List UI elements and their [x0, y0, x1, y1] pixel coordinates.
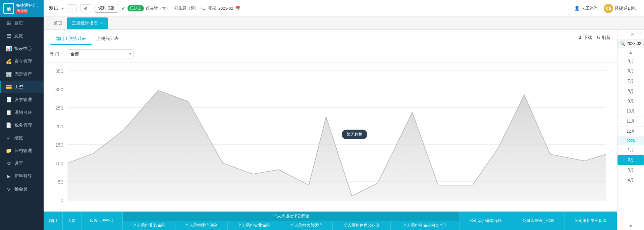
sidebar-item-label: 报表中心	[14, 46, 32, 52]
date-item-9[interactable]: 9月	[618, 96, 644, 106]
sidebar-item-tax[interactable]: 📑 税务管理	[0, 119, 44, 132]
th-personal-unemployment: 个人承担失业保险	[228, 221, 280, 230]
tabbar: 首页 工资统计报表 ✕	[44, 17, 644, 30]
member-icon: V	[6, 186, 12, 192]
sales-icon: 📋	[6, 109, 12, 116]
settings-icon: ⚙	[6, 160, 12, 167]
date-item-5[interactable]: 5月	[618, 56, 644, 66]
logo-icon: 畅	[3, 3, 14, 14]
sidebar-item-sales[interactable]: 📋 进销台账	[0, 106, 44, 119]
sidebar-item-assets[interactable]: 🏢 固定资产	[0, 68, 44, 81]
funds-icon: 💰	[6, 58, 12, 64]
topbar-settings-btn[interactable]: ⚙	[80, 4, 91, 12]
sidebar-item-reports[interactable]: 📊 报表中心	[0, 42, 44, 55]
dept-filter-select[interactable]: 全部 部门A 部门B	[67, 49, 134, 58]
date-item-11[interactable]: 11月	[618, 117, 644, 127]
th-personal-major-medical: 个人承担大额医疗	[280, 221, 332, 230]
sidebar-item-label: 税务管理	[14, 122, 32, 128]
assets-icon: 🏢	[6, 71, 12, 77]
subtab-right: ⬇ 下载 ↻ 刷新	[578, 35, 610, 43]
panel-top-buttons: ✕ ⛶	[618, 30, 644, 39]
period-value: 2023-02	[218, 6, 233, 11]
date-item-2-active[interactable]: 2月	[618, 155, 644, 165]
sidebar-logo: 畅 畅捷通好会计 专业版	[0, 0, 44, 17]
date-item-10[interactable]: 10月	[618, 106, 644, 117]
filter-bar: 部门： 全部 部门A 部门B	[44, 45, 617, 63]
svg-text:0: 0	[61, 198, 63, 203]
download-icon: ⬇	[578, 35, 582, 40]
svg-text:300: 300	[55, 87, 63, 92]
sidebar-item-guide[interactable]: ▶ 新手引导	[0, 170, 44, 183]
sidebar-item-home[interactable]: ⊞ 首页	[0, 17, 44, 30]
subtab-bar: 部门工资统计表 月份统计表 ⬇ 下载 ↻ 刷新	[44, 30, 617, 45]
sidebar-item-member[interactable]: V 畅会员	[0, 183, 44, 195]
sidebar-item-label: 畅会员	[14, 186, 28, 192]
content-area: 部门工资统计表 月份统计表 ⬇ 下载 ↻ 刷新	[44, 30, 644, 230]
topbar-add-btn[interactable]: +	[67, 4, 77, 12]
topbar: 测试 ▾ + ⚙ 切到旧版 ✔ 已认证 好会计（专） +好生意（标） +... …	[44, 0, 644, 17]
download-btn[interactable]: ⬇ 下载	[578, 35, 592, 41]
expand-panel-btn[interactable]: ⛶	[637, 32, 641, 37]
date-item-3[interactable]: 3月	[618, 165, 644, 175]
chart-area: 350 300 250 200 150 100 50 0	[44, 63, 617, 212]
sidebar: 畅 畅捷通好会计 专业版 ⊞ 首页 ☰ 总账 📊 报表中心 💰 资金管理 🏢 固…	[0, 0, 44, 230]
topbar-switch-btn[interactable]: 切到旧版	[95, 4, 118, 13]
checkout-icon: ✓	[6, 135, 12, 141]
svg-text:150: 150	[55, 142, 63, 148]
sidebar-item-label: 归档管理	[14, 148, 32, 154]
tab-home[interactable]: 首页	[49, 17, 67, 29]
th-headcount: 人数	[62, 212, 82, 230]
search-icon: 🔍	[620, 41, 625, 46]
tag-more: +...	[201, 6, 206, 11]
main-content: 测试 ▾ + ⚙ 切到旧版 ✔ 已认证 好会计（专） +好生意（标） +... …	[44, 0, 644, 230]
topbar-dropdown[interactable]: ▾	[62, 6, 64, 11]
sidebar-item-funds[interactable]: 💰 资金管理	[0, 55, 44, 68]
subtab-dept[interactable]: 部门工资统计表	[50, 33, 92, 45]
date-item-12[interactable]: 12月	[618, 127, 644, 137]
date-item-4[interactable]: 4月	[618, 175, 644, 185]
svg-text:350: 350	[55, 68, 63, 74]
date-item-8[interactable]: 8月	[618, 86, 644, 96]
reports-icon: 📊	[6, 46, 12, 52]
tab-salary-report[interactable]: 工资统计报表 ✕	[67, 17, 108, 29]
date-item-6[interactable]: 6月	[618, 66, 644, 76]
user-menu[interactable]: CE 轻捷通B迪...	[604, 4, 639, 13]
sidebar-item-label: 新手引导	[14, 173, 32, 179]
subtab-left: 部门工资统计表 月份统计表	[50, 33, 124, 45]
subtab-monthly[interactable]: 月份统计表	[92, 33, 124, 45]
th-company-unemployment: 公司承担失业保险	[565, 212, 617, 230]
calendar-icon[interactable]: 📅	[235, 6, 240, 11]
sidebar-item-salary[interactable]: 💳 工资	[0, 81, 44, 93]
chart-svg: 350 300 250 200 150 100 50 0	[50, 66, 610, 212]
svg-text:50: 50	[58, 179, 63, 185]
close-panel-btn[interactable]: ✕	[631, 32, 635, 37]
date-nav-down[interactable]: ▼	[618, 222, 644, 230]
sidebar-item-settings[interactable]: ⚙ 设置	[0, 157, 44, 170]
consult-icon: 👤	[574, 6, 580, 11]
refresh-btn[interactable]: ↻ 刷新	[597, 35, 610, 41]
date-nav-up[interactable]: ▲	[618, 48, 644, 56]
tax-icon: 📑	[6, 122, 12, 128]
th-personal-pension: 个人承担养老保险	[123, 221, 175, 230]
human-consult-btn[interactable]: 👤 人工咨询	[574, 5, 598, 11]
date-item-7[interactable]: 7月	[618, 76, 644, 86]
summary-table: 部门 人数 应发工资合计 个人承担社保公积金 公司承担养老保险 公司承担医疗保险…	[44, 212, 617, 230]
tab-close-icon[interactable]: ✕	[100, 21, 103, 25]
topbar-status: ✔ 已认证 好会计（专） +好生意（标） +... 账期 2023-02 📅	[121, 5, 240, 11]
sidebar-item-ledger[interactable]: ☰ 总账	[0, 30, 44, 42]
th-company-pension: 公司承担养老保险	[460, 212, 512, 230]
guide-icon: ▶	[6, 173, 12, 179]
date-panel: ✕ ⛶ 🔍 2023.02 ▲ 5月 6月 7月 8月 9月 10月 11月 1…	[617, 30, 644, 230]
th-personal-group: 个人承担社保公积金	[123, 212, 460, 221]
invoice-icon: 🧾	[6, 97, 12, 103]
sidebar-item-archive[interactable]: 📁 归档管理	[0, 144, 44, 157]
sidebar-item-checkout[interactable]: ✓ 结账	[0, 132, 44, 144]
date-year-2023: 2023	[618, 137, 644, 145]
svg-text:100: 100	[55, 161, 63, 166]
logo-text: 畅捷通好会计 专业版	[16, 3, 40, 13]
sidebar-item-invoice[interactable]: 🧾 发票管理	[0, 93, 44, 106]
refresh-icon: ↻	[597, 35, 600, 40]
date-item-1[interactable]: 1月	[618, 145, 644, 155]
th-company-medical: 公司承担医疗保险	[512, 212, 565, 230]
topbar-title: 测试	[49, 5, 58, 11]
